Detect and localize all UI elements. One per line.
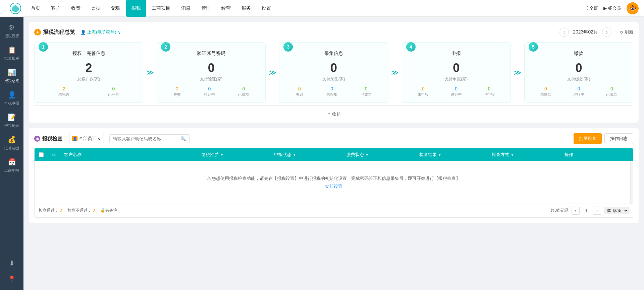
collapse-button[interactable]: ⌃ 收起 [34,111,633,117]
main-layout: ⚙ 报税设置 📋 批量报税 📊 报税总览 👤 个税申报 📝 报税记录 💰 汇算清… [0,17,644,290]
stat-失败: 0 失败 [173,86,181,97]
pass-label-text: 检查通过： [39,208,59,213]
nav-item-管理[interactable]: 管理 [196,0,216,17]
table-empty-state: 若您想使用报税检查功能，请先在【报税设置】中进行报税的初始化设置，完成密码验证和… [35,161,633,204]
fail-value[interactable]: 0 [93,208,95,213]
sidebar-item-批量报税[interactable]: 📋 批量报税 [0,42,23,64]
first-page-button[interactable]: ‹ [572,207,580,215]
nav-item-服务[interactable]: 服务 [236,0,256,17]
sidebar-item-报税总览[interactable]: 📊 报税总览 [0,64,23,87]
sidebar-icon-4: 📝 [7,113,16,122]
th-operation: 操作 [560,148,633,161]
check-title-text: 报税检查 [42,136,62,142]
step-arrow-3: ≫ [388,42,402,103]
step-title-2: 采集信息 [285,51,382,57]
check-card: ◉ 报税检查 👤 全部员工 ∨ 🔍 批量检查 操作日志 [29,128,639,223]
sidebar-item-download[interactable]: ⬇ [0,255,23,271]
refresh-icon: ↺ [620,30,623,35]
location-selector[interactable]: 👤 上海(电子税局) ∨ [80,29,121,35]
th-customer-name: 客户名称 [60,148,197,161]
per-page-select[interactable]: 30 条/页 [604,207,629,214]
overview-title-icon: + [34,29,41,35]
step-subtitle-3: 支持申报(家) [408,76,505,82]
stat-已成功: 0 已成功 [238,86,249,97]
setup-link[interactable]: 立即设置 [325,183,342,190]
nav-item-工商项目[interactable]: 工商项目 [146,0,176,17]
stat-label: 已完善 [108,92,119,97]
filter-icon-tax[interactable]: ▼ [220,153,224,157]
sidebar-item-报税设置[interactable]: ⚙ 报税设置 [0,19,23,42]
step-subtitle-1: 支持验证(家) [162,76,260,82]
nav-item-经营[interactable]: 经营 [216,0,236,17]
empty-message: 若您想使用报税检查功能，请先在【报税设置】中进行报税的初始化设置，完成密码验证和… [207,174,460,182]
check-title-icon: ◉ [34,136,40,142]
divider [34,105,633,106]
step-count-2: 0 [285,61,382,75]
nav-item-客户[interactable]: 客户 [46,0,66,17]
step-count-0: 2 [40,61,138,75]
th-check-method-label: 检查方式 [492,152,509,158]
step-number-4: 5 [529,42,538,52]
scrollbar[interactable] [630,161,633,204]
stat-未完善: 2 未完善 [58,86,69,97]
location-arrow-icon: ∨ [118,30,121,35]
check-title: ◉ 报税检查 [34,136,62,142]
member-button[interactable]: ▶ 畅会员 [603,5,621,11]
employee-selector[interactable]: 👤 全部员工 ∨ [69,134,104,143]
nav-item-首页[interactable]: 首页 [25,0,46,17]
fail-label-text: 检查不通过： [67,208,92,213]
nav-item-消息[interactable]: 消息 [176,0,196,17]
filter-icon-method[interactable]: ▼ [511,153,514,157]
sidebar-item-报税记录[interactable]: 📝 报税记录 [0,109,23,132]
location-icon-small: 👤 [80,30,86,35]
location-text: 上海(电子税局) [87,29,116,35]
stat-label: 已成功 [238,92,249,97]
sidebar-item-location[interactable]: 📍 [0,271,23,287]
search-button[interactable]: 🔍 [177,135,190,143]
filter-icon-declare[interactable]: ▼ [293,153,297,157]
fullscreen-label: 全屏 [589,5,598,11]
process-steps: 1 授权、完善信息 2 总客户数(家) 2 未完善 0 已完善 ≫ 2 验证账号… [34,42,633,103]
pagination: 共0条记录 ‹ 1 › 30 条/页 [550,207,629,215]
nav-item-收费[interactable]: 收费 [66,0,86,17]
operation-log-button[interactable]: 操作日志 [604,133,633,144]
stat-label: 已缴款 [606,92,617,97]
fail-label: 检查不通过： 0 [67,208,95,213]
dropdown-arrow-icon: ∨ [98,136,101,141]
next-month-button[interactable]: › [602,27,611,37]
select-all-checkbox[interactable] [39,152,44,157]
refresh-label: 刷新 [625,29,633,35]
table-footer: 检查通过： 0 检查不通过： 0 🔒有备注 共0条记录 ‹ 1 › [35,204,633,217]
nav-item-报税[interactable]: 报税 [126,0,146,17]
step-number-1: 2 [161,42,170,52]
sidebar-icon-1: 📋 [7,45,16,55]
employee-label: 全部员工 [79,136,96,142]
th-tax-nature: 纳税性质 ▼ [197,148,270,161]
stat-label: 已申报 [484,92,495,97]
pass-label: 检查通过： 0 [39,208,62,213]
step-count-3: 0 [408,61,505,75]
overview-title: + 报税流程总览 [34,29,75,36]
nav-item-记账[interactable]: 记账 [106,0,126,17]
pass-value[interactable]: 0 [60,208,62,213]
settings-icon[interactable]: ⚙ [52,152,56,157]
batch-check-button[interactable]: 批量检查 [574,133,602,144]
nav-item-票据[interactable]: 票据 [86,0,106,17]
th-check-result-label: 检查结果 [419,152,437,158]
next-page-button[interactable]: › [593,207,601,215]
filter-icon-result[interactable]: ▼ [438,153,442,157]
filter-icon-pay[interactable]: ▼ [365,153,369,157]
fullscreen-button[interactable]: ⛶ 全屏 [584,5,598,11]
sidebar-item-个税申报[interactable]: 👤 个税申报 [0,87,23,109]
refresh-button[interactable]: ↺ 刷新 [620,29,633,35]
stat-value: 0 [331,86,333,91]
sidebar-item-工商年报[interactable]: 📅 工商年报 [0,154,23,176]
sidebar-item-汇算清缴[interactable]: 💰 汇算清缴 [0,132,23,154]
sidebar-bottom: ⬇ 📍 [0,255,23,290]
search-input[interactable] [110,135,177,143]
nav-item-设置[interactable]: 设置 [256,0,276,17]
check-header: ◉ 报税检查 👤 全部员工 ∨ 🔍 批量检查 操作日志 [34,133,633,144]
prev-month-button[interactable]: ‹ [559,27,569,37]
sidebar-icon-0: ⚙ [7,23,16,32]
stat-已申报: 0 已申报 [484,86,495,97]
